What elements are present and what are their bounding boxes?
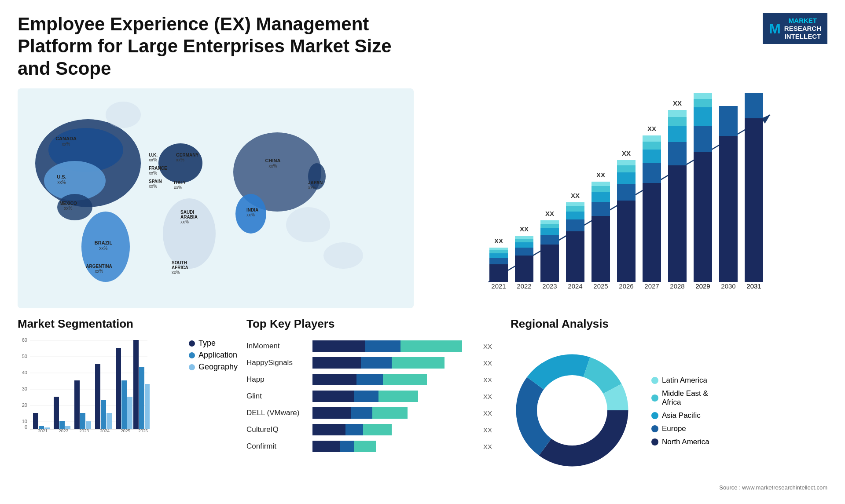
geography-dot [189, 364, 195, 370]
svg-text:2022: 2022 [517, 282, 531, 290]
svg-point-45 [106, 102, 141, 128]
players-section: Top Key Players InMoment XX [246, 317, 502, 491]
player-row: CultureIQ XX [246, 423, 502, 436]
players-list: InMoment XX HappySignals [246, 340, 502, 491]
svg-text:2026: 2026 [619, 282, 633, 290]
growth-chart-svg: XX 2021 XX 2022 XX 2023 [431, 93, 819, 304]
svg-rect-156 [312, 340, 365, 352]
mea-dot [651, 394, 658, 402]
legend-latin-america: Latin America [651, 376, 709, 385]
svg-text:AFRICA: AFRICA [172, 265, 188, 270]
svg-rect-162 [312, 374, 356, 385]
svg-text:XX: XX [647, 125, 656, 132]
application-label: Application [198, 351, 237, 360]
svg-text:2031: 2031 [746, 282, 761, 290]
svg-text:ARABIA: ARABIA [180, 215, 198, 219]
svg-rect-113 [745, 118, 763, 282]
svg-rect-166 [354, 391, 378, 402]
svg-rect-56 [515, 248, 533, 256]
svg-text:10: 10 [22, 419, 27, 424]
source-text: Source : www.marketresearchintellect.com [511, 484, 827, 491]
svg-text:FRANCE: FRANCE [149, 166, 167, 171]
type-dot [189, 340, 195, 347]
mea-label: Middle East &Africa [662, 389, 708, 407]
svg-rect-73 [566, 202, 584, 206]
apac-label: Asia Pacific [662, 411, 701, 420]
svg-rect-48 [489, 264, 508, 282]
svg-rect-136 [54, 397, 59, 429]
svg-rect-142 [86, 421, 91, 429]
svg-text:SPAIN: SPAIN [149, 179, 162, 184]
svg-rect-72 [566, 206, 584, 212]
bottom-row: Market Segmentation 60 50 40 30 20 10 0 [18, 317, 827, 491]
svg-rect-148 [116, 348, 121, 429]
svg-rect-69 [566, 231, 584, 282]
svg-text:xx%: xx% [176, 157, 184, 162]
svg-rect-84 [617, 184, 636, 201]
svg-text:XX: XX [571, 192, 580, 199]
svg-text:xx%: xx% [308, 185, 316, 190]
svg-text:2026: 2026 [138, 429, 148, 432]
svg-text:XX: XX [596, 171, 605, 179]
segmentation-legend: Type Application Geography [189, 339, 238, 491]
player-row: Happ XX [246, 373, 502, 386]
svg-rect-101 [668, 110, 687, 117]
growth-chart-section: XX 2021 XX 2022 XX 2023 [422, 88, 827, 308]
legend-asia-pacific: Asia Pacific [651, 411, 709, 420]
svg-text:2023: 2023 [79, 429, 89, 432]
regional-legend: Latin America Middle East &Africa Asia P… [651, 376, 709, 446]
svg-text:U.S.: U.S. [57, 174, 66, 179]
svg-text:xx%: xx% [95, 269, 103, 274]
application-dot [189, 352, 195, 358]
player-row: Glint XX [246, 390, 502, 403]
svg-rect-93 [643, 142, 661, 150]
svg-text:xx%: xx% [172, 270, 180, 275]
svg-text:40: 40 [22, 370, 27, 375]
segmentation-title: Market Segmentation [18, 317, 238, 331]
svg-text:XX: XX [545, 210, 554, 217]
svg-point-43 [286, 207, 330, 242]
legend-item-geography: Geography [189, 362, 238, 372]
svg-rect-55 [515, 256, 533, 282]
svg-rect-149 [121, 380, 127, 429]
svg-text:2030: 2030 [721, 282, 735, 290]
svg-text:xx%: xx% [246, 212, 255, 217]
svg-rect-66 [540, 220, 559, 224]
svg-text:2028: 2028 [670, 282, 684, 290]
svg-rect-110 [719, 136, 738, 282]
svg-text:xx%: xx% [174, 185, 182, 190]
svg-text:MEXICO: MEXICO [59, 201, 77, 206]
svg-text:2024: 2024 [568, 282, 582, 290]
svg-text:BRAZIL: BRAZIL [95, 240, 113, 245]
svg-point-4 [57, 194, 92, 220]
svg-rect-87 [617, 160, 636, 165]
svg-text:xx%: xx% [149, 184, 157, 189]
svg-text:20: 20 [22, 402, 27, 408]
player-row: Confirmit XX [246, 440, 502, 453]
svg-text:XX: XX [622, 150, 631, 157]
svg-text:ARGENTINA: ARGENTINA [86, 264, 112, 269]
apac-dot [651, 412, 658, 419]
svg-text:2029: 2029 [695, 282, 710, 290]
svg-rect-108 [694, 93, 712, 99]
svg-point-27 [163, 198, 216, 269]
svg-text:XX: XX [673, 99, 682, 107]
svg-text:xx%: xx% [149, 171, 157, 175]
svg-rect-70 [566, 219, 584, 231]
svg-rect-170 [372, 407, 408, 419]
svg-text:xx%: xx% [64, 206, 73, 211]
svg-rect-164 [383, 374, 427, 385]
logo-container: M MARKET RESEARCH INTELLECT [763, 13, 827, 44]
type-label: Type [198, 339, 216, 348]
header: Employee Experience (EX) Management Plat… [18, 13, 827, 80]
svg-point-44 [323, 242, 363, 269]
svg-rect-79 [592, 186, 610, 192]
svg-rect-161 [392, 357, 445, 369]
svg-text:2025: 2025 [593, 282, 608, 290]
svg-rect-90 [643, 183, 661, 282]
europe-dot [651, 425, 658, 432]
world-map-svg: CANADA xx% U.S. xx% MEXICO xx% BRAZIL xx… [18, 88, 414, 308]
logo: M MARKET RESEARCH INTELLECT [763, 13, 827, 44]
svg-rect-171 [312, 424, 345, 435]
regional-title: Regional Analysis [511, 317, 827, 331]
